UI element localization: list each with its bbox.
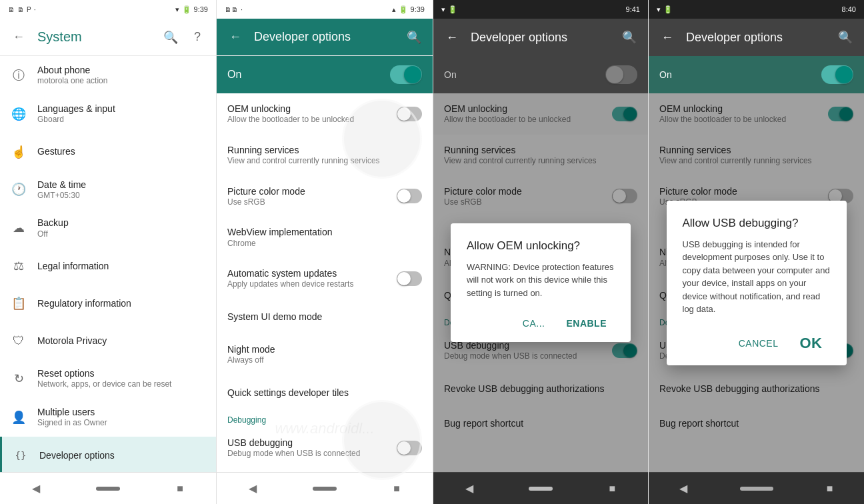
picture-toggle[interactable] (397, 189, 422, 203)
usb-cancel-button[interactable]: Cancel (731, 329, 787, 357)
recents-nav-p3[interactable]: ■ (600, 477, 624, 501)
usb-toggle[interactable] (397, 441, 422, 455)
auto-updates-item[interactable]: Automatic system updates Apply updates w… (217, 258, 433, 299)
back-button-p3[interactable]: ← (444, 29, 460, 45)
privacy-text: Motorola Privacy (37, 335, 205, 347)
help-button-p1[interactable]: ? (189, 29, 205, 45)
search-button-p4[interactable]: 🔍 (837, 29, 853, 45)
panel-developer-usb-dialog: ▾ 🔋 8:40 ← Developer options 🔍 On OEM un… (649, 0, 864, 504)
settings-item-legal[interactable]: ⚖ Legal information (0, 247, 216, 285)
picture-subtitle: Use sRGB (227, 197, 391, 208)
oem-toggle-knob (397, 107, 411, 121)
datetime-icon: 🕐 (11, 181, 27, 197)
gestures-icon: ☝ (11, 144, 27, 160)
sim-icon: 🗎 (17, 6, 24, 13)
on-row-text-p3: On (444, 69, 600, 81)
usb-dialog: Allow USB debugging? USB debugging is in… (667, 201, 847, 365)
search-button-p2[interactable]: 🔍 (406, 29, 422, 45)
settings-item-datetime[interactable]: 🕐 Date & time GMT+05:30 (0, 171, 216, 209)
search-icon-p2: 🔍 (407, 30, 421, 45)
night-mode-item[interactable]: Night mode Always off (217, 334, 433, 375)
usb-toggle-knob (397, 441, 411, 455)
on-row-p4[interactable]: On (649, 56, 864, 93)
recents-nav-p4[interactable]: ■ (818, 477, 842, 501)
home-nav-p4[interactable] (740, 487, 773, 491)
home-nav-p2[interactable] (313, 487, 337, 491)
auto-title: Automatic system updates (227, 267, 391, 279)
page-title-p2: Developer options (254, 30, 395, 44)
app-bar-p4: ← Developer options 🔍 (649, 19, 864, 56)
main-toggle-p3[interactable] (605, 65, 637, 84)
recents-nav-p2[interactable]: ■ (385, 477, 409, 501)
back-nav-p3[interactable]: ◀ (457, 477, 481, 501)
search-button-p1[interactable]: 🔍 (163, 29, 179, 45)
night-text: Night mode Always off (227, 343, 422, 366)
status-left-p4: ▾ 🔋 (657, 5, 673, 14)
main-toggle-p4[interactable] (821, 65, 853, 84)
settings-item-gestures[interactable]: ☝ Gestures (0, 133, 216, 171)
on-row[interactable]: On (217, 56, 433, 93)
notif-icon-p2: 🗎🗎 (225, 6, 238, 13)
about-text: About phone motorola one action (37, 64, 205, 87)
picture-color-item[interactable]: Picture color mode Use sRGB (217, 176, 433, 217)
datetime-subtitle: GMT+05:30 (37, 191, 205, 201)
oem-toggle[interactable] (397, 107, 422, 121)
back-nav-p4[interactable]: ◀ (671, 477, 695, 501)
status-bar-p1: 🗎 🗎 P · ▾ 🔋 9:39 (0, 0, 216, 19)
main-toggle[interactable] (390, 65, 422, 84)
settings-item-language[interactable]: 🌐 Languages & input Gboard (0, 95, 216, 133)
back-button-p2[interactable]: ← (227, 29, 243, 45)
language-icon: 🌐 (11, 106, 27, 122)
night-subtitle: Always off (227, 355, 422, 366)
usb-debug-item[interactable]: USB debugging Debug mode when USB is con… (217, 427, 433, 469)
settings-item-developer[interactable]: {} Developer options (0, 437, 216, 472)
status-right-p2: ▴ 🔋 9:39 (392, 5, 425, 14)
home-nav-p3[interactable] (529, 487, 553, 491)
wifi-icon-p3: ▾ (441, 5, 445, 14)
settings-item-regulatory[interactable]: 📋 Regulatory information (0, 285, 216, 322)
picture-title: Picture color mode (227, 185, 391, 197)
oem-text: OEM unlocking Allow the bootloader to be… (227, 103, 391, 125)
auto-toggle[interactable] (397, 271, 422, 286)
settings-item-about[interactable]: ⓘ About phone motorola one action (0, 56, 216, 95)
auto-toggle-knob (397, 272, 411, 285)
search-button-p3[interactable]: 🔍 (621, 29, 637, 45)
on-row-p3[interactable]: On (433, 56, 648, 93)
oem-dialog: Allow OEM unlocking? WARNING: Device pro… (451, 223, 631, 343)
settings-list-p1: ⓘ About phone motorola one action 🌐 Lang… (0, 56, 216, 472)
settings-item-users[interactable]: 👤 Multiple users Signed in as Owner (0, 398, 216, 437)
back-nav-p1[interactable]: ◀ (24, 477, 48, 501)
quick-settings-item[interactable]: Quick settings developer tiles (217, 375, 433, 410)
status-bar-p4: ▾ 🔋 8:40 (649, 0, 864, 19)
panel-system-settings: 🗎 🗎 P · ▾ 🔋 9:39 ← System 🔍 ? ⓘ About ph… (0, 0, 217, 504)
battery-icon: 🔋 (182, 5, 191, 14)
sysui-item[interactable]: System UI demo mode (217, 299, 433, 334)
oem-dialog-title: Allow OEM unlocking? (467, 239, 615, 253)
backup-icon: ☁ (11, 220, 27, 236)
settings-item-reset[interactable]: ↻ Reset options Network, apps, or device… (0, 359, 216, 398)
oem-cancel-button[interactable]: Ca... (515, 313, 553, 334)
legal-icon: ⚖ (11, 258, 27, 274)
usb-ok-button[interactable]: OK (792, 329, 831, 357)
running-services-item[interactable]: Running services View and control curren… (217, 135, 433, 176)
users-subtitle: Signed in as Owner (37, 418, 205, 429)
home-nav-p1[interactable] (96, 487, 120, 491)
back-nav-p2[interactable]: ◀ (241, 477, 265, 501)
settings-item-privacy[interactable]: 🛡 Motorola Privacy (0, 322, 216, 359)
battery-icon-p4: 🔋 (663, 5, 673, 14)
back-button-p4[interactable]: ← (659, 29, 675, 45)
battery-icon-p3: 🔋 (448, 5, 457, 14)
settings-item-backup[interactable]: ☁ Backup Off (0, 209, 216, 247)
back-button-p1[interactable]: ← (11, 29, 27, 45)
webview-item[interactable]: WebView implementation Chrome (217, 217, 433, 258)
on-label: On (227, 69, 241, 80)
oem-enable-button[interactable]: Enable (558, 313, 615, 334)
oem-unlocking-item[interactable]: OEM unlocking Allow the bootloader to be… (217, 93, 433, 135)
battery-icon-p2: 🔋 (399, 5, 408, 14)
recents-nav-p1[interactable]: ■ (168, 477, 192, 501)
bottom-nav-p3: ◀ ■ (433, 472, 648, 504)
reset-icon: ↻ (11, 371, 27, 387)
gestures-text: Gestures (37, 145, 205, 157)
on-row-text-p4: On (659, 69, 816, 81)
search-icon-p3: 🔍 (622, 30, 637, 45)
